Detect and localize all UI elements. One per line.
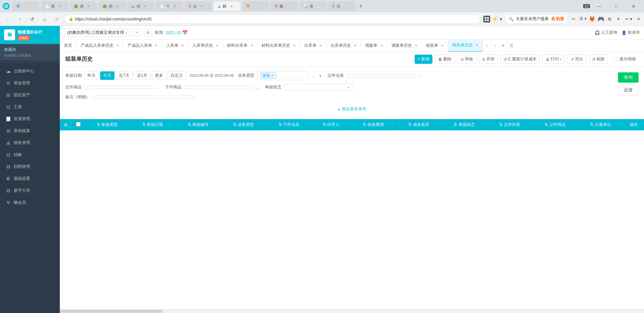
browser-tab-9[interactable]: 腾 (242, 1, 269, 11)
apps-icon[interactable] (483, 16, 490, 23)
browser-tab-4[interactable]: 🟢 易 ✕ (98, 1, 126, 11)
col-biz-type[interactable]: ⇅ 业务类型 (221, 119, 266, 130)
favorite-button[interactable]: ☆ (52, 14, 62, 24)
nav-tab-material-out[interactable]: 材料出库单 ✕ (223, 40, 257, 52)
date-today[interactable]: 今天 (100, 71, 115, 80)
maximize-button[interactable]: □ (608, 1, 624, 11)
date-more[interactable]: 更多 (152, 71, 166, 80)
nav-tab-produce-in-history[interactable]: 产成品入库单历史 ✕ (77, 40, 123, 52)
nav-tab-adjust-history[interactable]: 调拨单历史 ✕ (387, 40, 422, 52)
dropdown-icon[interactable]: ▾ (500, 16, 502, 22)
col-order-no[interactable]: ⇅ 单据编号 (175, 119, 221, 130)
menu-tool[interactable]: ≡ (636, 16, 641, 22)
lightning-icon[interactable]: ⚡ (492, 16, 498, 22)
select-all-checkbox[interactable] (76, 122, 81, 127)
nav-more[interactable]: ☰ (507, 40, 515, 52)
translate-tool[interactable]: 译 ▾ (579, 16, 586, 22)
sidebar-item-payroll[interactable]: ⊡ 工资 (0, 101, 60, 113)
grid-tool[interactable]: ⊞ (606, 16, 613, 22)
nav-scroll-left[interactable]: ‹ (483, 40, 491, 52)
settings-button[interactable]: 设置 (618, 85, 639, 96)
browser-tab-8[interactable]: ☁ 好 ✕ (213, 1, 241, 11)
minimize-button[interactable]: — (591, 1, 607, 11)
sidebar-item-basic-settings[interactable]: ⚙ 基础设置 (0, 173, 60, 185)
col-handler[interactable]: ⇅ 经手人 (312, 119, 351, 130)
col-disassemble-cost[interactable]: ⇅ 拆装费用 (351, 119, 396, 130)
sidebar-item-cloud-report[interactable]: ☁ 云报表中心 (0, 65, 60, 77)
col-parent-goods[interactable]: ⇅ 父件商品 (532, 119, 578, 130)
delete-button[interactable]: 🗑 删除 (435, 55, 455, 64)
nav-tab-stock-in[interactable]: 入库单 ✕ (162, 40, 188, 52)
close-produce-in[interactable]: ✕ (155, 44, 158, 47)
nav-tab-out-order-history[interactable]: 出库单历史 ✕ (326, 40, 361, 52)
refresh-button[interactable]: ↺ 刷新 (589, 55, 608, 64)
nav-tab-home[interactable]: 首页 (60, 40, 77, 52)
nav-tab-produce-in[interactable]: 产成品入库单 ✕ (123, 40, 162, 52)
settings-gear-icon[interactable]: ⚙ (64, 123, 68, 127)
abandon-button[interactable]: ⊙ 弃审 (479, 55, 498, 64)
close-assemble-history[interactable]: ✕ (475, 43, 478, 47)
detail-checkbox[interactable] (613, 57, 618, 62)
sidebar-item-inventory[interactable]: ⊟ 库存核算 (0, 125, 60, 137)
close-button[interactable]: ✕ (626, 1, 641, 11)
tab-close-7[interactable]: ✕ (200, 4, 203, 8)
close-stock-in-history[interactable]: ✕ (216, 44, 218, 47)
export-button[interactable]: ↗ 导出 (567, 55, 586, 64)
col-child-warehouse[interactable]: ⇅ 子件仓库 (266, 119, 312, 130)
close-stock-in[interactable]: ✕ (181, 44, 184, 47)
company-add-button[interactable]: + (133, 29, 141, 37)
new-tab-button[interactable]: + (357, 2, 365, 10)
parent-warehouse-input[interactable] (347, 74, 415, 77)
new-button[interactable]: + 新增 (415, 55, 432, 64)
date-7days[interactable]: 近7天 (116, 71, 133, 80)
sidebar-item-fixed-assets[interactable]: ⊟ 固定资产 (0, 89, 60, 101)
sidebar-favorites[interactable]: 收藏夹 快捷键打开收藏夹 (0, 44, 60, 61)
query-button[interactable]: 查询 (618, 72, 639, 83)
collapse-bar[interactable]: ▲ 收起更多条件 (65, 103, 639, 115)
browser-tab-3[interactable]: 🟢 易 ✕ (70, 1, 97, 11)
sidebar-item-fund-mgmt[interactable]: ⊙ 资金管理 (0, 77, 60, 89)
tab-close-4[interactable]: ✕ (116, 4, 119, 8)
order-status-select[interactable]: ▾ (284, 84, 352, 91)
tab-close-3[interactable]: ✕ (87, 4, 90, 8)
browser-tab-6[interactable]: 📄 个 ✕ (156, 1, 183, 11)
biz-type-input[interactable]: 组装 ✕ (257, 71, 308, 80)
sidebar-item-guide[interactable]: ⊟ 新手引导 (0, 185, 60, 197)
nav-tab-adjust[interactable]: 调拨单 ✕ (361, 40, 387, 52)
close-produce-in-history[interactable]: ✕ (116, 44, 119, 47)
browser-tab-12[interactable]: S 目 (328, 1, 355, 11)
sidebar-item-archive[interactable]: ⊟ 归档管理 (0, 161, 60, 173)
print-button[interactable]: 🖨 打印 ▾ (542, 55, 565, 64)
sidebar-item-invoice[interactable]: 🧾 发票管理 (0, 113, 60, 125)
browser-tab-10[interactable]: M 畅 (271, 1, 298, 11)
forward-button[interactable]: › (15, 14, 25, 24)
nav-tab-out-order[interactable]: 出库单 ✕ (300, 40, 326, 52)
biz-type-more[interactable]: ... (310, 73, 317, 78)
back-button[interactable]: ‹ (3, 14, 12, 24)
child-goods-more[interactable]: ... (255, 85, 261, 90)
date-yesterday[interactable]: 昨天 (84, 71, 99, 80)
tab-close-2[interactable]: ✕ (58, 4, 61, 8)
close-material-out-history[interactable]: ✕ (293, 44, 296, 47)
browser-tab-11[interactable]: 📊 各 (299, 1, 327, 11)
parent-goods-input[interactable] (84, 86, 153, 89)
nav-tab-stock-in-history[interactable]: 入库单历史 ✕ (188, 40, 223, 52)
browser-tab-7[interactable]: C 企 ✕ (185, 1, 212, 11)
scrollbar-thumb[interactable] (60, 310, 162, 313)
nav-scroll-right[interactable]: › (491, 40, 499, 52)
recalculate-button[interactable]: ↺ C 重新计算成本 (500, 55, 540, 64)
nav-tab-material-out-history[interactable]: 材料出库单历史 ✕ (257, 40, 300, 52)
col-cost-diff[interactable]: ⇅ 成本差异 (396, 119, 442, 130)
company-select[interactable]: (勿删勿禁用) 江西服宝测试专用 ▾ (64, 28, 130, 37)
address-input[interactable]: 🔒 https://cloud.chanjet.com/accounting/u… (64, 14, 481, 24)
col-parent-list[interactable]: ⇅ 父件列表 (487, 119, 532, 130)
sidebar-item-tax[interactable]: 🖨 税务管理 (0, 137, 60, 149)
browser-tab-2[interactable]: 📄 新 ✕ (41, 1, 68, 11)
sidebar-item-vip[interactable]: V 畅会员 (0, 197, 60, 209)
service-button[interactable]: 🎧 人工咨询 (595, 30, 617, 35)
close-material-out[interactable]: ✕ (250, 44, 253, 47)
close-out-order-history[interactable]: ✕ (354, 44, 357, 47)
undo-tool[interactable]: ↩ ▾ (624, 16, 634, 22)
parent-warehouse-more[interactable]: ... (417, 73, 423, 78)
horizontal-scrollbar[interactable] (60, 309, 644, 313)
